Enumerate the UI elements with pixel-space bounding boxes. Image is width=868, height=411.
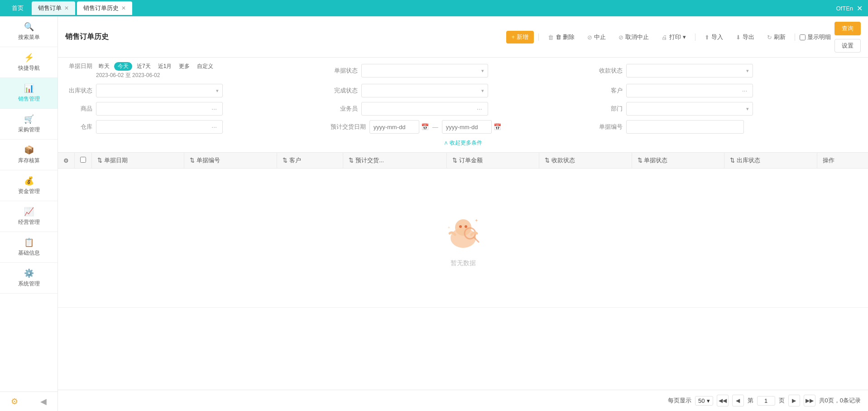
th-amount[interactable]: ⇅ 订单金额 bbox=[446, 153, 539, 169]
th-receipt-status[interactable]: ⇅ 收款状态 bbox=[539, 153, 632, 169]
calendar-start-icon[interactable]: 📅 bbox=[421, 123, 429, 131]
th-checkbox[interactable] bbox=[75, 153, 92, 169]
topbar-close-icon[interactable]: ✕ bbox=[857, 4, 863, 13]
th-bill-no[interactable]: ⇅ 单据编号 bbox=[184, 153, 277, 169]
goods-input[interactable]: ··· bbox=[96, 102, 223, 116]
sidebar-item-purchase[interactable]: 🛒 采购管理 bbox=[0, 109, 58, 140]
filter-row-3: 商品 ··· 业务员 ··· 部门 bbox=[65, 102, 861, 116]
cancel-stop-button[interactable]: ⊘ 取消中止 bbox=[614, 31, 653, 43]
svg-point-2 bbox=[459, 225, 462, 228]
tab-home[interactable]: 首页 bbox=[5, 1, 30, 15]
page-number-input[interactable] bbox=[757, 396, 775, 406]
date-custom-chip[interactable]: 自定义 bbox=[194, 62, 216, 71]
sidebar-item-management[interactable]: 📈 经营管理 bbox=[0, 201, 58, 232]
date-7days-chip[interactable]: 近7天 bbox=[134, 62, 153, 71]
date-1month-chip[interactable]: 近1月 bbox=[155, 62, 175, 71]
divider-1 bbox=[538, 34, 539, 41]
warehouse-input[interactable]: ··· bbox=[96, 120, 223, 134]
out-status-select[interactable]: ▾ bbox=[96, 84, 223, 97]
delivery-date-label: 预计交货日期 bbox=[331, 123, 369, 131]
filter-cell-bill-status: 单据状态 ▾ bbox=[331, 64, 596, 77]
receipt-status-select[interactable]: ▾ bbox=[626, 64, 753, 77]
last-page-button[interactable]: ▶▶ bbox=[804, 395, 815, 406]
per-page-label: 每页显示 bbox=[668, 396, 691, 405]
purchase-icon: 🛒 bbox=[24, 114, 34, 124]
new-button[interactable]: + 新增 bbox=[506, 31, 534, 44]
set-button[interactable]: 设置 bbox=[834, 39, 861, 53]
date-today-chip[interactable]: 今天 bbox=[114, 62, 132, 71]
sidebar-item-sales[interactable]: 📊 销售管理 bbox=[0, 78, 58, 109]
date-more-chip[interactable]: 更多 bbox=[176, 62, 192, 71]
export-button[interactable]: ⬇ 导出 bbox=[731, 31, 759, 43]
goods-ellipsis[interactable]: ··· bbox=[210, 105, 219, 112]
sort-delivery-icon: ⇅ bbox=[349, 157, 354, 164]
filter-cell-out-status: 出库状态 ▾ bbox=[65, 84, 331, 97]
show-detail-checkbox[interactable] bbox=[800, 34, 806, 40]
filter-row-2: 出库状态 ▾ 完成状态 ▾ 客户 bbox=[65, 84, 861, 97]
show-detail-label[interactable]: 显示明细 bbox=[800, 33, 831, 41]
th-settings[interactable]: ⚙ bbox=[58, 153, 75, 169]
salesman-input[interactable]: ··· bbox=[361, 102, 488, 116]
sidebar-item-basic-info[interactable]: 📋 基础信息 bbox=[0, 232, 58, 263]
th-bill-status[interactable]: ⇅ 单据状态 bbox=[632, 153, 724, 169]
bill-no-input[interactable] bbox=[626, 120, 744, 134]
import-button[interactable]: ⬆ 导入 bbox=[700, 31, 728, 43]
refresh-button[interactable]: ↻ 刷新 bbox=[762, 31, 790, 43]
sidebar-item-purchase-label: 采购管理 bbox=[18, 126, 40, 134]
pagination: 每页显示 50 ▾ ◀◀ ◀ 第 页 ▶ ▶▶ 共0页，0条记录 bbox=[58, 390, 868, 411]
filter-cell-goods: 商品 ··· bbox=[65, 102, 331, 116]
sidebar-item-management-label: 经营管理 bbox=[18, 218, 40, 226]
delete-button[interactable]: 🗑 🗑 删除 bbox=[543, 31, 580, 43]
th-delivery-date[interactable]: ⇅ 预计交货... bbox=[343, 153, 447, 169]
stop-button[interactable]: ⊘ 中止 bbox=[583, 31, 610, 43]
svg-point-3 bbox=[465, 225, 467, 228]
empty-state: ✦ ✦ 暂无数据 bbox=[63, 172, 863, 304]
salesman-ellipsis[interactable]: ··· bbox=[475, 105, 484, 112]
sidebar-item-inventory[interactable]: 📦 库存核算 bbox=[0, 140, 58, 170]
sidebar-item-system[interactable]: ⚙️ 系统管理 bbox=[0, 263, 58, 294]
delivery-end-input[interactable] bbox=[442, 120, 492, 134]
print-button[interactable]: 🖨 打印 ▾ bbox=[657, 31, 691, 43]
often-label: OfTEn bbox=[836, 5, 853, 12]
next-page-button[interactable]: ▶ bbox=[788, 395, 800, 406]
total-records-label: 共0页，0条记录 bbox=[819, 396, 861, 405]
bill-status-select[interactable]: ▾ bbox=[361, 64, 488, 77]
collapse-sidebar-icon[interactable]: ◀ bbox=[40, 396, 47, 406]
sidebar-item-finance-label: 资金管理 bbox=[18, 188, 40, 195]
date-yesterday-chip[interactable]: 昨天 bbox=[96, 62, 112, 71]
customer-label: 客户 bbox=[595, 87, 626, 95]
empty-illustration: ✦ ✦ bbox=[436, 208, 490, 254]
th-date[interactable]: ⇅ 单据日期 bbox=[92, 153, 184, 169]
prev-page-button[interactable]: ◀ bbox=[732, 395, 744, 406]
select-all-checkbox[interactable] bbox=[80, 157, 86, 163]
complete-status-select[interactable]: ▾ bbox=[361, 84, 488, 97]
stop-icon: ⊘ bbox=[587, 34, 592, 41]
query-button[interactable]: 查询 bbox=[834, 22, 861, 35]
per-page-value: 50 bbox=[698, 397, 705, 404]
filter-area: 单据日期 昨天 今天 近7天 近1月 更多 自定义 2023-06-02 至 2… bbox=[58, 58, 868, 153]
settings-bottom-icon[interactable]: ⚙ bbox=[11, 396, 18, 406]
sidebar-item-finance[interactable]: 💰 资金管理 bbox=[0, 170, 58, 201]
page-title: 销售订单历史 bbox=[65, 32, 109, 47]
close-tab-sales-order-history[interactable]: ✕ bbox=[121, 5, 126, 11]
tab-sales-order-history[interactable]: 销售订单历史 ✕ bbox=[77, 1, 132, 15]
calendar-end-icon[interactable]: 📅 bbox=[494, 123, 501, 131]
sidebar-item-search[interactable]: 🔍 搜索菜单 bbox=[0, 16, 58, 47]
filter-cell-complete-status: 完成状态 ▾ bbox=[331, 84, 596, 97]
delivery-start-input[interactable] bbox=[369, 120, 419, 134]
bill-status-chevron: ▾ bbox=[481, 68, 484, 74]
customer-ellipsis[interactable]: ··· bbox=[740, 87, 749, 94]
sidebar-item-quicknav[interactable]: ⚡ 快捷导航 bbox=[0, 47, 58, 78]
tab-sales-order[interactable]: 销售订单 ✕ bbox=[32, 1, 75, 15]
close-tab-sales-order[interactable]: ✕ bbox=[64, 5, 69, 11]
department-select[interactable]: ▾ bbox=[626, 102, 753, 116]
warehouse-ellipsis[interactable]: ··· bbox=[210, 123, 219, 131]
collapse-bar[interactable]: ∧ 收起更多条件 bbox=[65, 138, 861, 148]
th-customer[interactable]: ⇅ 客户 bbox=[277, 153, 343, 169]
top-bar-right: OfTEn ✕ bbox=[836, 4, 863, 13]
customer-input[interactable]: ··· bbox=[626, 84, 753, 97]
th-operation: 操作 bbox=[817, 153, 868, 169]
th-out-status[interactable]: ⇅ 出库状态 bbox=[724, 153, 817, 169]
first-page-button[interactable]: ◀◀ bbox=[717, 395, 729, 406]
per-page-select[interactable]: 50 ▾ bbox=[695, 396, 713, 406]
